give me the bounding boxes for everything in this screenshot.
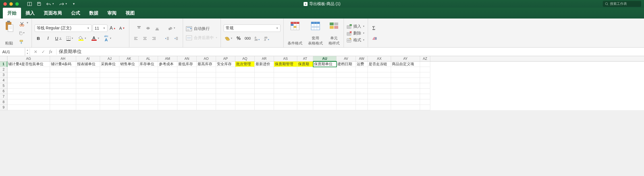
cell-AQ4[interactable]: [235, 78, 255, 83]
cell-AV1[interactable]: 建档日期: [336, 62, 356, 67]
cell-AN4[interactable]: [177, 78, 197, 83]
cell-AX9[interactable]: [368, 105, 391, 110]
italic-button[interactable]: I: [44, 35, 52, 42]
cell-AN5[interactable]: [177, 83, 197, 89]
cell-AO1[interactable]: 最高库存: [197, 62, 216, 67]
ribbon-tab-2[interactable]: 页面布局: [39, 8, 67, 19]
cell-AV2[interactable]: [336, 67, 356, 72]
cell-AJ8[interactable]: [100, 99, 119, 105]
cell-styles-button[interactable]: 单元 格样式: [327, 20, 341, 46]
ribbon-tab-5[interactable]: 审阅: [103, 8, 121, 19]
column-header-AZ[interactable]: AZ: [420, 56, 430, 61]
row-header-4[interactable]: 4: [0, 78, 7, 83]
cell-AU7[interactable]: [313, 94, 336, 99]
cell-AK5[interactable]: [119, 83, 139, 89]
cell-AU4[interactable]: [313, 78, 336, 83]
cell-AW4[interactable]: [356, 78, 368, 83]
cell-AI4[interactable]: [76, 78, 100, 83]
cell-AM2[interactable]: [158, 67, 177, 72]
comma-button[interactable]: 000: [244, 35, 252, 42]
cell-AO5[interactable]: [197, 83, 216, 89]
cell-AX2[interactable]: [368, 67, 391, 72]
cell-AR6[interactable]: [255, 89, 274, 94]
clear-button[interactable]: [371, 34, 379, 42]
cell-AJ9[interactable]: [100, 105, 119, 110]
percent-button[interactable]: %: [235, 35, 242, 42]
cell-AW5[interactable]: [356, 83, 368, 89]
cell-AT4[interactable]: [297, 78, 313, 83]
cell-AK1[interactable]: 销售单位: [119, 62, 139, 67]
cell-AW6[interactable]: [356, 89, 368, 94]
column-header-AV[interactable]: AV: [336, 56, 356, 61]
cell-AJ6[interactable]: [100, 89, 119, 94]
column-header-AU[interactable]: AU: [313, 56, 336, 62]
column-header-AN[interactable]: AN: [177, 56, 197, 61]
cell-AW3[interactable]: [356, 72, 368, 78]
column-header-AJ[interactable]: AJ: [100, 56, 119, 61]
row-header-3[interactable]: 3: [0, 72, 7, 78]
cell-AP7[interactable]: [216, 94, 235, 99]
cell-AP8[interactable]: [216, 99, 235, 105]
cell-AG3[interactable]: [7, 72, 50, 78]
align-middle-button[interactable]: [144, 24, 152, 32]
cell-AZ4[interactable]: [420, 78, 430, 83]
cell-AZ5[interactable]: [420, 83, 430, 89]
cell-AN9[interactable]: [177, 105, 197, 110]
cell-AL3[interactable]: [139, 72, 158, 78]
cell-AR8[interactable]: [255, 99, 274, 105]
column-header-AM[interactable]: AM: [158, 56, 177, 61]
cell-AU8[interactable]: [313, 99, 336, 105]
cell-AS4[interactable]: [274, 78, 297, 83]
home-icon[interactable]: [27, 2, 32, 6]
cell-AR3[interactable]: [255, 72, 274, 78]
namebox-up-icon[interactable]: ▲: [25, 48, 30, 52]
delete-cells-button[interactable]: 删除▼: [347, 31, 365, 36]
decrease-decimal-button[interactable]: .00.0: [263, 35, 271, 42]
cell-AJ1[interactable]: 采购单位: [100, 62, 119, 67]
cell-AH6[interactable]: [50, 89, 76, 94]
cell-AW9[interactable]: [356, 105, 368, 110]
cell-AG9[interactable]: [7, 105, 50, 110]
cell-AH7[interactable]: [50, 94, 76, 99]
cell-AS7[interactable]: [274, 94, 297, 99]
cell-AR1[interactable]: 最新进价: [255, 62, 274, 67]
cell-AG5[interactable]: [7, 83, 50, 89]
phonetic-button[interactable]: abcA▼: [103, 35, 113, 42]
insert-cells-button[interactable]: 插入▼: [347, 24, 365, 29]
cell-AN6[interactable]: [177, 89, 197, 94]
cell-AZ9[interactable]: [420, 105, 430, 110]
cell-AH5[interactable]: [50, 83, 76, 89]
cell-AR2[interactable]: [255, 67, 274, 72]
cell-AV4[interactable]: [336, 78, 356, 83]
redo-button[interactable]: ▼: [59, 2, 67, 6]
cell-AO6[interactable]: [197, 89, 216, 94]
cell-AM9[interactable]: [158, 105, 177, 110]
ribbon-tab-4[interactable]: 数据: [85, 8, 103, 19]
decrease-indent-button[interactable]: [163, 35, 171, 42]
cell-AJ4[interactable]: [100, 78, 119, 83]
cell-AU2[interactable]: [313, 67, 336, 72]
cut-button[interactable]: [19, 21, 25, 27]
cell-AO8[interactable]: [197, 99, 216, 105]
format-cells-button[interactable]: 格式▼: [347, 38, 365, 43]
wrap-text-button[interactable]: 自动换行: [186, 26, 210, 31]
font-color-button[interactable]: A▼: [90, 35, 101, 42]
ribbon-tab-3[interactable]: 公式: [67, 8, 85, 19]
cell-AI5[interactable]: [76, 83, 100, 89]
cell-AI1[interactable]: 报表辅单位: [76, 62, 100, 67]
maximize-window-button[interactable]: [15, 2, 19, 6]
cell-AH9[interactable]: [50, 105, 76, 110]
cell-AN7[interactable]: [177, 94, 197, 99]
column-header-AQ[interactable]: AQ: [235, 56, 255, 61]
cell-AY6[interactable]: [391, 89, 420, 94]
column-header-AL[interactable]: AL: [139, 56, 158, 61]
cell-AX5[interactable]: [368, 83, 391, 89]
cell-AX1[interactable]: 是否走冻链: [368, 62, 391, 67]
cell-AZ6[interactable]: [420, 89, 430, 94]
cell-AY4[interactable]: [391, 78, 420, 83]
cell-AP1[interactable]: 安全库存: [216, 62, 235, 67]
cell-AZ7[interactable]: [420, 94, 430, 99]
cell-AL7[interactable]: [139, 94, 158, 99]
cell-AV3[interactable]: [336, 72, 356, 78]
cell-AY3[interactable]: [391, 72, 420, 78]
